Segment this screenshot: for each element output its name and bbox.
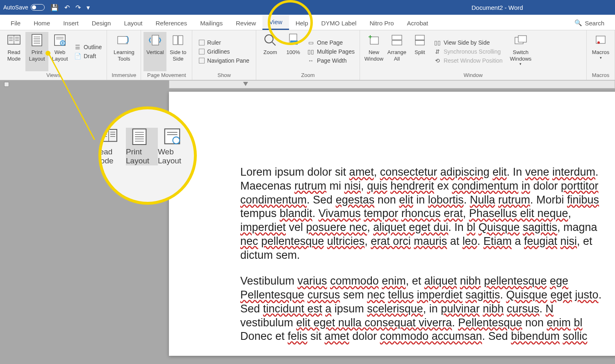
print-layout-icon <box>132 128 152 146</box>
undo-icon[interactable]: ↶ <box>64 4 70 11</box>
toggle-off-icon <box>31 4 45 11</box>
read-mode-button[interactable]: Read Mode <box>2 32 25 71</box>
callout-magnifier: Home Read Mode Print Layout Web Layout <box>98 106 197 205</box>
tab-dymo[interactable]: DYMO Label <box>315 16 363 30</box>
tab-references[interactable]: References <box>149 16 194 30</box>
tab-design[interactable]: Design <box>85 16 118 30</box>
tab-layout[interactable]: Layout <box>117 16 149 30</box>
tab-home[interactable]: Home <box>27 16 57 30</box>
svg-rect-31 <box>392 41 402 45</box>
macros-icon <box>593 33 608 47</box>
web-layout-button[interactable]: Web Layout <box>48 32 71 71</box>
draft-button[interactable]: 📄 Draft <box>74 53 102 59</box>
multiple-pages-icon: ▯▯ <box>307 49 314 54</box>
ruler-checkbox[interactable]: Ruler <box>199 39 249 46</box>
side-to-side-label: Side to Side <box>167 49 189 62</box>
zoom-button[interactable]: Zoom <box>259 32 282 71</box>
tab-review[interactable]: Review <box>229 16 262 30</box>
chevron-down-icon: ▾ <box>600 56 602 60</box>
learning-tools-button[interactable]: Learning Tools <box>109 32 138 71</box>
autosave-label: AutoSave <box>3 4 28 11</box>
indent-marker-icon[interactable] <box>243 82 248 87</box>
macros-label: Macros <box>592 49 610 56</box>
switch-windows-button[interactable]: Switch Windows ▾ <box>505 32 536 71</box>
arrange-all-icon <box>390 33 404 47</box>
group-views: Read Mode Print Layout Web Layout ☰ Outl… <box>0 30 107 80</box>
document-title: Document2 - Word <box>472 4 523 11</box>
sync-scroll-icon: ⇵ <box>434 49 441 54</box>
outline-label: Outline <box>84 44 102 50</box>
horizontal-ruler[interactable] <box>169 80 615 88</box>
navigation-pane-label: Navigation Pane <box>207 57 249 64</box>
tab-help[interactable]: Help <box>289 16 315 30</box>
search-label: Search <box>585 20 604 27</box>
view-side-by-side-button[interactable]: ▯▯ View Side by Side <box>434 39 503 46</box>
multiple-pages-label: Multiple Pages <box>317 48 355 55</box>
autosave-toggle[interactable]: AutoSave <box>3 4 45 11</box>
tab-mailings[interactable]: Mailings <box>194 16 229 30</box>
checkbox-icon <box>199 49 205 54</box>
draft-icon: 📄 <box>74 53 81 59</box>
split-button[interactable]: Split <box>408 32 431 71</box>
tab-acrobat[interactable]: Acrobat <box>401 16 435 30</box>
web-layout-icon <box>52 33 67 47</box>
group-page-movement-label: Page Movement <box>144 71 189 79</box>
navigation-pane-checkbox[interactable]: Navigation Pane <box>199 57 249 64</box>
svg-line-23 <box>272 42 276 45</box>
side-to-side-button[interactable]: Side to Side <box>166 32 189 71</box>
new-window-icon <box>367 33 381 47</box>
print-layout-button[interactable]: Print Layout <box>25 32 48 71</box>
switch-windows-label: Switch Windows <box>506 49 535 62</box>
reset-window-position-label: Reset Window Position <box>444 57 503 64</box>
reset-window-position-button: ⟲ Reset Window Position <box>434 57 503 64</box>
page-width-button[interactable]: ↔ Page Width <box>307 57 355 64</box>
vertical-button[interactable]: Vertical <box>144 32 166 71</box>
customize-qat-icon[interactable]: ▾ <box>87 4 90 11</box>
zoom-100-button[interactable]: 100 100% <box>282 32 305 71</box>
tab-view[interactable]: View <box>262 15 289 30</box>
web-layout-icon <box>164 128 184 146</box>
callout-dot <box>46 51 50 56</box>
one-page-icon: ▭ <box>307 40 314 45</box>
svg-point-22 <box>265 35 273 43</box>
macros-button[interactable]: Macros ▾ <box>589 32 612 71</box>
draft-label: Draft <box>84 53 96 59</box>
group-views-label: Views <box>2 71 104 79</box>
new-window-label: New Window <box>363 49 385 62</box>
svg-rect-27 <box>370 37 378 44</box>
group-show-label: Show <box>195 71 253 79</box>
save-icon[interactable]: 💾 <box>50 4 59 11</box>
svg-rect-35 <box>518 36 526 42</box>
multiple-pages-button[interactable]: ▯▯ Multiple Pages <box>307 48 355 55</box>
ruler-label: Ruler <box>207 39 221 46</box>
new-window-button[interactable]: New Window <box>362 32 385 71</box>
tab-nitro[interactable]: Nitro Pro <box>363 16 400 30</box>
paragraph-1[interactable]: Lorem ipsum dolor sit amet, consectetur … <box>240 165 609 262</box>
paragraph-2[interactable]: Vestibulum varius commodo enim, et aliqu… <box>240 274 609 344</box>
gridlines-checkbox[interactable]: Gridlines <box>199 48 249 55</box>
search-button[interactable]: 🔍 Search <box>568 16 611 30</box>
group-macros: Macros ▾ Macros <box>587 30 615 80</box>
page-width-icon: ↔ <box>307 58 314 63</box>
one-page-button[interactable]: ▭ One Page <box>307 39 355 46</box>
page-width-label: Page Width <box>317 57 346 64</box>
checkbox-icon <box>199 40 205 45</box>
zoom-100-label: 100% <box>286 49 300 56</box>
group-window-label: Window <box>362 71 584 79</box>
arrange-all-button[interactable]: Arrange All <box>385 32 408 71</box>
redo-icon[interactable]: ↷ <box>75 4 81 11</box>
group-window: New Window Arrange All Split ▯▯ View Sid… <box>360 30 587 80</box>
one-page-label: One Page <box>317 39 343 46</box>
group-zoom: Zoom 100 100% ▭ One Page ▯▯ Multiple Pag… <box>256 30 360 80</box>
group-macros-label: Macros <box>589 71 612 79</box>
svg-rect-20 <box>173 36 178 45</box>
svg-rect-19 <box>152 35 159 45</box>
tab-insert[interactable]: Insert <box>57 16 85 30</box>
document-area: Lorem ipsum dolor sit amet, consectetur … <box>0 80 615 364</box>
arrange-all-label: Arrange All <box>386 49 408 62</box>
document-page[interactable]: Lorem ipsum dolor sit amet, consectetur … <box>169 92 615 356</box>
tab-file[interactable]: File <box>4 16 27 30</box>
outline-icon: ☰ <box>74 44 81 50</box>
outline-button[interactable]: ☰ Outline <box>74 44 102 50</box>
ruler-corner[interactable] <box>4 82 9 87</box>
